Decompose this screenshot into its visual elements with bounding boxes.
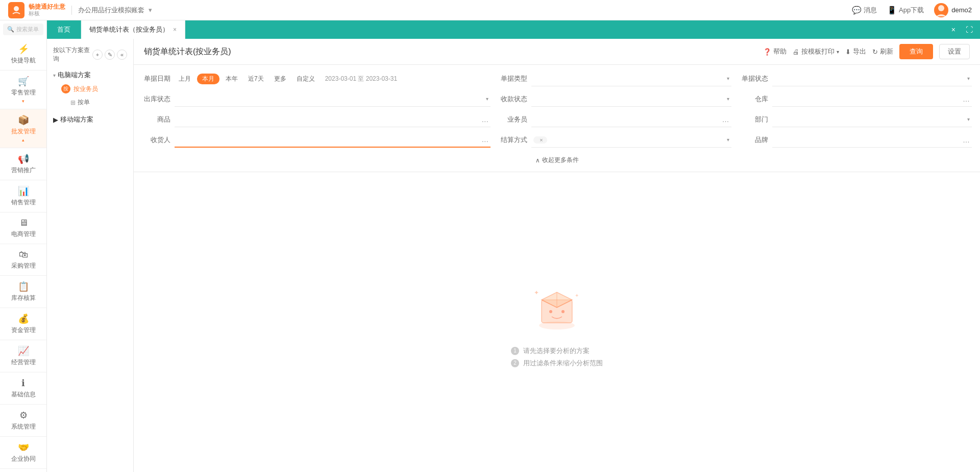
filter-panel-actions: + ✎ « [92, 50, 127, 60]
sidebar-item-marketing[interactable]: 📢 营销推广 [0, 148, 46, 180]
salesperson-dots[interactable]: … [722, 115, 729, 124]
scheme-by-salesperson[interactable]: 按 按业务员 [47, 82, 133, 96]
filter-row-1: 单据日期 上月 本月 本年 近7天 更多 自定义 2023-03-01 至 20… [142, 71, 972, 86]
receiver-dots[interactable]: … [481, 135, 488, 144]
settings-button[interactable]: 设置 [939, 44, 970, 59]
collapse-scheme-button[interactable]: « [117, 50, 127, 60]
query-button[interactable]: 查询 [899, 44, 933, 59]
add-scheme-button[interactable]: + [92, 50, 103, 60]
empty-state: ✦ ✦ 1 请先选择要分析的方案 2 用过滤条件来缩小分析范围 [134, 172, 980, 472]
user-profile[interactable]: demo2 [934, 3, 972, 17]
collect-status-select[interactable]: ▾ [531, 91, 731, 107]
mobile-scheme-title[interactable]: ▶ 移动端方案 [47, 113, 133, 126]
svg-point-0 [14, 6, 19, 11]
doc-type-select[interactable]: ▾ [531, 71, 731, 86]
filter-panel-header: 按以下方案查询 + ✎ « [47, 43, 133, 66]
salesperson-select[interactable]: … [531, 112, 731, 127]
empty-tip-1: 1 请先选择要分析的方案 [511, 346, 603, 356]
main-panel: 销货单统计表(按业务员) ❓ 帮助 🖨 按模板打印 ▾ [134, 39, 980, 472]
date-tab-custom[interactable]: 自定义 [292, 74, 319, 84]
print-button[interactable]: 🖨 按模板打印 ▾ [793, 47, 839, 56]
brand-label: 品牌 [740, 135, 768, 145]
logo-icon [8, 2, 24, 18]
sidebar-item-inventory[interactable]: 📋 库存核算 [0, 276, 46, 308]
collect-status-arrow-icon: ▾ [727, 96, 729, 102]
pc-scheme-group: ▾ 电脑端方案 按 按业务员 ⊞ 按单 [47, 66, 133, 111]
logo-text: 畅捷通好生意 标板 [29, 3, 65, 17]
payment-tag: × [533, 136, 547, 144]
doc-status-select[interactable]: ▾ [772, 71, 972, 86]
svg-point-1 [938, 5, 944, 11]
collapse-button[interactable]: ∧ 收起更多条件 [142, 153, 972, 166]
scheme-by-order[interactable]: ⊞ 按单 [47, 96, 133, 109]
sidebar-item-sales[interactable]: 📊 销售管理 [0, 180, 46, 213]
sidebar-item-wholesale[interactable]: 📦 批发管理 ▴ [0, 109, 46, 148]
date-tab-more[interactable]: 更多 [270, 74, 290, 84]
payment-arrow-icon: ▾ [727, 137, 729, 143]
mobile-group-arrow-icon: ▶ [53, 116, 58, 124]
date-tab-current-month[interactable]: 本月 [197, 74, 219, 84]
ecommerce-icon: 🖥 [19, 218, 28, 228]
sidebar-item-operations[interactable]: 📈 经营管理 [0, 340, 46, 372]
sidebar-item-system[interactable]: ⚙ 系统管理 [0, 405, 46, 437]
date-tab-last-7-days[interactable]: 近7天 [244, 74, 268, 84]
enterprise-name: 办公用品行业模拟账套 ▾ [71, 6, 152, 15]
brand-select[interactable]: … [772, 132, 972, 148]
tab-maximize-button[interactable]: ⛶ [963, 25, 976, 35]
page-title-bar: 销货单统计表(按业务员) ❓ 帮助 🖨 按模板打印 ▾ [134, 39, 980, 65]
payment-tag-close[interactable]: × [540, 137, 543, 143]
sidebar-item-retail[interactable]: 🛒 零售管理 ▾ [0, 70, 46, 109]
goods-label: 商品 [142, 115, 170, 124]
brand-dots[interactable]: … [963, 136, 970, 144]
print-dropdown-icon: ▾ [837, 49, 839, 55]
mobile-scheme-group: ▶ 移动端方案 [47, 111, 133, 128]
sidebar-item-basic-info[interactable]: ℹ 基础信息 [0, 372, 46, 405]
receiver-input[interactable]: … [175, 132, 491, 148]
app-download-button[interactable]: 📱 App下载 [887, 6, 924, 15]
page-actions: ❓ 帮助 🖨 按模板打印 ▾ ⬇ 导出 [763, 44, 970, 64]
purchase-icon: 🛍 [19, 249, 28, 260]
out-status-select[interactable]: ▾ [175, 91, 491, 107]
tab-home[interactable]: 首页 [47, 20, 81, 39]
enterprise-dropdown-icon[interactable]: ▾ [149, 6, 152, 14]
main-layout: 🔍 搜索菜单 ⚡ 快捷导航 🛒 零售管理 ▾ 📦 批发管理 ▴ 📢 营销推广 📊… [0, 0, 980, 472]
tab-close-button[interactable]: × [173, 27, 177, 33]
payment-select[interactable]: × ▾ [531, 132, 731, 148]
warehouse-dots[interactable]: … [963, 95, 970, 103]
goods-select[interactable]: … [175, 112, 491, 127]
page-content: 按以下方案查询 + ✎ « [47, 39, 980, 472]
doc-status-label: 单据状态 [740, 74, 768, 83]
sidebar-item-collaboration[interactable]: 🤝 企业协同 [0, 437, 46, 469]
sidebar-item-purchase[interactable]: 🛍 采购管理 [0, 244, 46, 276]
sidebar-search-area[interactable]: 🔍 搜索菜单 [3, 23, 43, 35]
date-tab-last-month[interactable]: 上月 [175, 74, 195, 84]
app-download-icon: 📱 [887, 6, 897, 15]
date-tab-current-year[interactable]: 本年 [222, 74, 242, 84]
department-select[interactable]: ▾ [772, 112, 972, 127]
tip-num-1: 1 [511, 347, 519, 355]
sidebar-item-onboarding[interactable]: 🎓 新手引导 [0, 469, 46, 472]
export-button[interactable]: ⬇ 导出 [845, 47, 866, 56]
tab-minimize-button[interactable]: × [948, 25, 959, 35]
goods-dots[interactable]: … [481, 115, 488, 124]
sidebar-item-finance[interactable]: 💰 资金管理 [0, 308, 46, 340]
sidebar-item-ecommerce[interactable]: 🖥 电商管理 [0, 213, 46, 244]
doc-type-label: 单据类型 [499, 74, 527, 83]
basic-info-icon: ℹ [21, 377, 25, 389]
doc-status-field: 单据状态 ▾ [740, 71, 972, 86]
print-icon: 🖨 [793, 48, 799, 56]
warehouse-select[interactable]: … [772, 91, 972, 107]
help-button[interactable]: ❓ 帮助 [763, 47, 787, 56]
sidebar-item-quick-nav[interactable]: ⚡ 快捷导航 [0, 38, 46, 70]
edit-scheme-button[interactable]: ✎ [105, 50, 115, 60]
message-button[interactable]: 💬 消息 [852, 6, 877, 15]
pc-scheme-title[interactable]: ▾ 电脑端方案 [47, 68, 133, 82]
filter-row-3: 商品 … 业务员 … [142, 112, 972, 127]
finance-icon: 💰 [18, 313, 29, 324]
warehouse-field: 仓库 … [740, 91, 972, 107]
header-left: 畅捷通好生意 标板 办公用品行业模拟账套 ▾ [8, 2, 152, 18]
refresh-button[interactable]: ↻ 刷新 [872, 47, 893, 56]
filter-row-2: 出库状态 ▾ 收款状态 ▾ [142, 91, 972, 107]
tab-current[interactable]: 销货单统计表（按业务员） × [81, 20, 185, 39]
sales-icon: 📊 [18, 185, 29, 197]
